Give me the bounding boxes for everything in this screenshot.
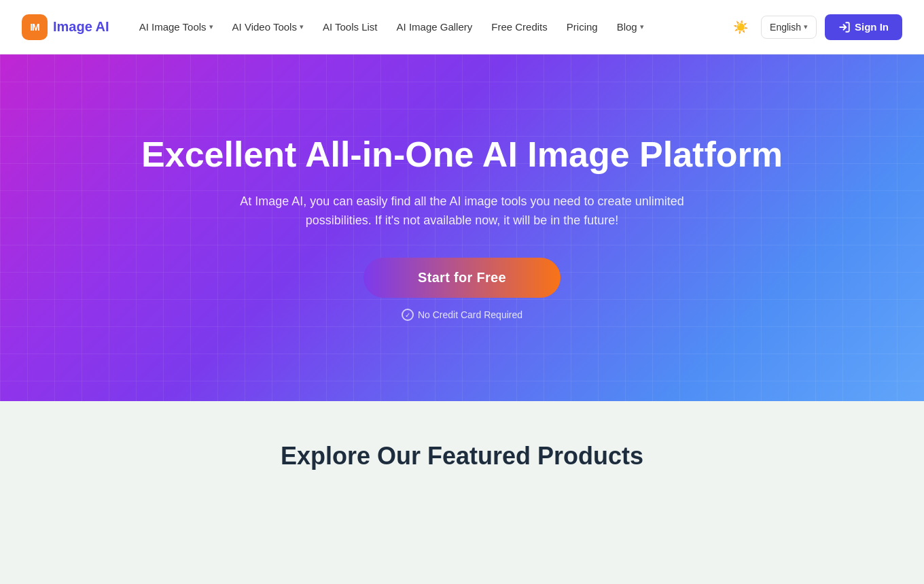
nav-item-pricing[interactable]: Pricing [558, 16, 606, 38]
chevron-down-icon: ▾ [209, 22, 213, 31]
sun-icon: ☀️ [733, 20, 748, 35]
check-circle-icon: ✓ [402, 309, 414, 321]
signin-icon [838, 21, 851, 33]
theme-toggle-button[interactable]: ☀️ [728, 15, 753, 39]
chevron-down-icon: ▾ [640, 22, 644, 31]
hero-section: Excellent All-in-One AI Image Platform A… [0, 54, 924, 401]
language-selector-button[interactable]: English ▾ [761, 16, 817, 39]
nav-item-blog[interactable]: Blog ▾ [609, 16, 652, 38]
no-credit-card-text: No Credit Card Required [418, 309, 522, 320]
nav-links: AI Image Tools ▾ AI Video Tools ▾ AI Too… [131, 16, 728, 38]
signin-button[interactable]: Sign In [825, 14, 902, 40]
hero-subtitle: At Image AI, you can easily find all the… [224, 192, 700, 231]
nav-item-ai-image-tools[interactable]: AI Image Tools ▾ [131, 16, 221, 38]
nav-item-ai-video-tools[interactable]: AI Video Tools ▾ [224, 16, 312, 38]
logo-link[interactable]: IM Image AI [22, 14, 109, 40]
nav-right: ☀️ English ▾ Sign In [728, 14, 902, 40]
hero-cta-wrap: Start for Free ✓ No Credit Card Required [363, 258, 561, 321]
logo-icon: IM [22, 14, 48, 40]
chevron-down-icon: ▾ [804, 22, 808, 31]
no-credit-card-notice: ✓ No Credit Card Required [402, 309, 522, 321]
nav-item-free-credits[interactable]: Free Credits [483, 16, 556, 38]
start-for-free-button[interactable]: Start for Free [363, 258, 561, 298]
products-section-title: Explore Our Featured Products [281, 442, 643, 470]
products-section: Explore Our Featured Products [0, 401, 924, 584]
language-label: English [770, 22, 801, 33]
navbar: IM Image AI AI Image Tools ▾ AI Video To… [0, 0, 924, 54]
nav-item-ai-image-gallery[interactable]: AI Image Gallery [389, 16, 481, 38]
logo-text: Image AI [53, 19, 109, 35]
hero-title: Excellent All-in-One AI Image Platform [141, 135, 783, 175]
chevron-down-icon: ▾ [300, 22, 304, 31]
nav-item-ai-tools-list[interactable]: AI Tools List [315, 16, 386, 38]
